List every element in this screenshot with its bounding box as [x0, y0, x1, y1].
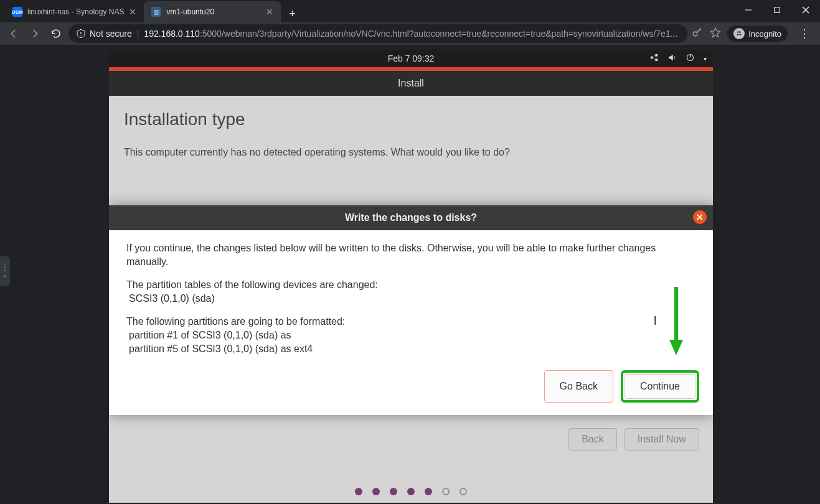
nav-reload-button[interactable] [47, 25, 65, 42]
vnc-viewport: ▸ Feb 7 09:32 ▾ Install Installation typ… [0, 45, 820, 504]
progress-dot [442, 488, 450, 495]
browser-menu-button[interactable]: ⋮ [794, 27, 815, 40]
annotation-highlight: Continue [621, 370, 699, 403]
partition-tables-device: SCSI3 (0,1,0) (sda) [126, 293, 215, 304]
address-divider: | [137, 29, 139, 39]
new-tab-button[interactable]: + [283, 5, 301, 22]
address-bar[interactable]: Not secure | 192.168.0.110:5000/webman/3… [68, 24, 687, 43]
system-menu-caret-icon[interactable]: ▾ [704, 55, 707, 62]
svg-point-6 [694, 32, 698, 36]
text-cursor-icon: I [653, 312, 657, 329]
partition-tables-header: The partition tables of the following de… [126, 279, 378, 290]
tab-title: vm1-ubuntu20 [166, 7, 261, 16]
svg-marker-17 [669, 340, 683, 355]
dialog-title-bar: Write the changes to disks? ✕ [109, 205, 713, 230]
nav-back-button[interactable] [5, 25, 22, 42]
formatted-line-1: partition #1 of SCSI3 (0,1,0) (sda) as [126, 330, 291, 340]
installer-window-title: Install [109, 71, 713, 96]
annotation-arrow-icon [667, 284, 686, 358]
security-label: Not secure [90, 29, 132, 39]
incognito-badge[interactable]: Incognito [727, 26, 788, 42]
window-maximize-button[interactable] [763, 0, 791, 20]
formatted-header: The following partitions are going to be… [126, 316, 345, 327]
installer-back-button[interactable]: Back [568, 428, 617, 450]
installer-install-now-button[interactable]: Install Now [624, 428, 699, 450]
browser-toolbar: Not secure | 192.168.0.110:5000/webman/3… [0, 22, 820, 45]
page-title: Installation type [124, 110, 698, 129]
progress-dot [407, 488, 415, 495]
progress-dots [355, 488, 467, 495]
dialog-close-button[interactable]: ✕ [693, 210, 707, 224]
guest-desktop[interactable]: Feb 7 09:32 ▾ Install Installation type … [109, 50, 713, 503]
tab-strip: DSM linuxhint-nas - Synology NAS ✕ ▥ vm1… [0, 0, 820, 22]
tab-close-icon[interactable]: ✕ [266, 7, 273, 17]
tab-close-icon[interactable]: ✕ [129, 7, 136, 17]
svg-rect-10 [655, 54, 657, 57]
progress-dot [355, 488, 362, 495]
browser-tab-0[interactable]: DSM linuxhint-nas - Synology NAS ✕ [5, 1, 144, 22]
progress-dot [372, 488, 380, 495]
site-security-indicator[interactable]: Not secure [76, 29, 132, 39]
tab-favicon-vnc-icon: ▥ [151, 7, 161, 17]
progress-dot [425, 488, 432, 495]
svg-point-5 [80, 35, 81, 35]
progress-dot [390, 488, 397, 495]
gnome-top-bar: Feb 7 09:32 ▾ [109, 50, 713, 67]
svg-line-12 [653, 55, 656, 58]
tab-title: linuxhint-nas - Synology NAS [27, 7, 124, 16]
dialog-title: Write the changes to disks? [345, 212, 477, 223]
incognito-label: Incognito [748, 29, 781, 39]
installer-question: This computer currently has no detected … [124, 147, 698, 158]
svg-rect-9 [651, 57, 653, 59]
power-icon[interactable] [686, 53, 695, 64]
network-icon[interactable] [649, 53, 659, 64]
dialog-go-back-button[interactable]: Go Back [544, 370, 613, 403]
write-changes-dialog: Write the changes to disks? ✕ If you con… [109, 205, 713, 415]
svg-point-8 [740, 34, 742, 35]
gnome-clock[interactable]: Feb 7 09:32 [388, 54, 435, 63]
url-text: 192.168.0.110:5000/webman/3rdparty/Virtu… [144, 29, 677, 39]
bookmark-star-icon[interactable] [710, 27, 721, 40]
window-minimize-button[interactable] [734, 0, 763, 20]
volume-icon[interactable] [667, 53, 677, 64]
window-close-button[interactable] [791, 0, 820, 20]
browser-tab-1[interactable]: ▥ vm1-ubuntu20 ✕ [144, 1, 281, 22]
dialog-intro: If you continue, the changes listed belo… [126, 241, 695, 268]
svg-rect-11 [655, 58, 657, 61]
incognito-icon [733, 28, 745, 39]
nav-forward-button[interactable] [26, 25, 44, 42]
svg-point-7 [737, 34, 739, 35]
novnc-control-handle[interactable]: ▸ [0, 256, 10, 286]
svg-line-13 [653, 58, 656, 60]
formatted-line-2: partition #5 of SCSI3 (0,1,0) (sda) as e… [126, 343, 313, 354]
svg-rect-1 [775, 7, 780, 13]
progress-dot [459, 488, 467, 495]
tab-favicon-dsm-icon: DSM [12, 7, 22, 17]
password-key-icon[interactable] [691, 26, 704, 41]
dialog-continue-button[interactable]: Continue [624, 374, 695, 399]
dialog-body: If you continue, the changes listed belo… [109, 230, 713, 370]
